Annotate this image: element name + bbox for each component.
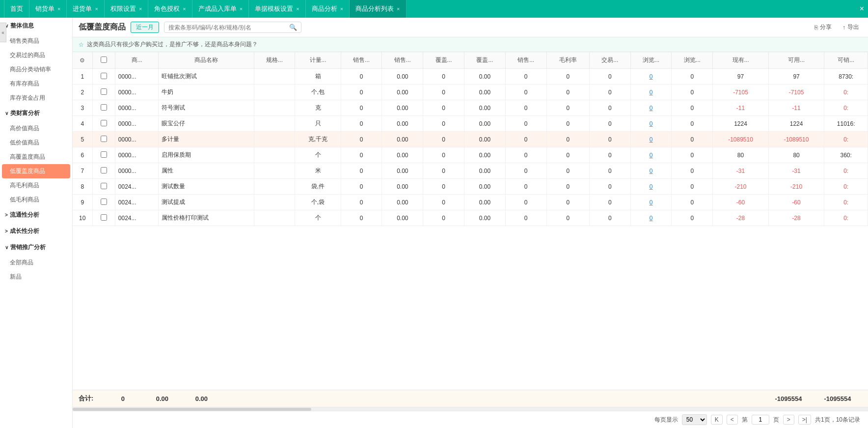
row-coverage1: 0 <box>423 179 464 195</box>
sidebar-item-low-margin[interactable]: 低毛利商品 <box>0 193 72 207</box>
row-available: -31 <box>768 163 824 179</box>
row-sales-amount: 0.00 <box>382 116 423 132</box>
col-stock[interactable]: 现有... <box>713 52 769 69</box>
sidebar-section-marketing[interactable]: ∨ 营销推广分析 <box>0 239 72 256</box>
row-browse1[interactable]: 0 <box>630 163 672 179</box>
row-available: -11 <box>768 100 824 116</box>
col-unit[interactable]: 计量... <box>295 52 341 69</box>
share-button[interactable]: ⎘ 分享 <box>812 22 835 32</box>
col-transaction[interactable]: 交易... <box>589 52 630 69</box>
row-browse1[interactable]: 0 <box>630 147 672 163</box>
banner-text: 这类商品只有很少客户购买过，是推广不够，还是商品本身问题？ <box>87 40 258 49</box>
row-browse1[interactable]: 0 <box>630 195 672 210</box>
col-sales3[interactable]: 销售... <box>505 52 546 69</box>
table-row: 4 0000... 眼宝公仔 只 0 0.00 0 0.00 0 0 0 0 0… <box>73 116 868 132</box>
nav-tab-sales[interactable]: 销货单 × <box>29 0 67 18</box>
sidebar-section-growth[interactable]: > 成长性分析 <box>0 223 72 239</box>
time-filter-button[interactable]: 近一月 <box>131 22 159 33</box>
select-all-checkbox[interactable] <box>101 57 107 63</box>
nav-tab-purchase[interactable]: 进货单 × <box>67 0 104 18</box>
sidebar-item-stocked-goods[interactable]: 有库存商品 <box>0 77 72 91</box>
nav-tab-templates[interactable]: 单据模板设置 × <box>249 0 305 18</box>
row-browse1[interactable]: 0 <box>630 132 672 147</box>
sidebar-item-category-turnover[interactable]: 商品分类动销率 <box>0 62 72 77</box>
row-select-checkbox[interactable] <box>101 151 107 158</box>
close-tab-3[interactable]: × <box>139 6 142 12</box>
col-coverage1[interactable]: 覆盖... <box>423 52 464 69</box>
sidebar-item-sales-goods[interactable]: 销售类商品 <box>0 34 72 48</box>
close-tab-4[interactable]: × <box>183 6 186 12</box>
row-select-checkbox[interactable] <box>101 104 107 111</box>
export-button[interactable]: ↑ 导出 <box>840 22 862 32</box>
col-code[interactable]: 商... <box>115 52 159 69</box>
page-input[interactable] <box>752 415 769 425</box>
row-transaction: 0 <box>589 69 630 85</box>
sidebar-item-new-goods[interactable]: 新品 <box>0 270 72 284</box>
sidebar-item-all-goods[interactable]: 全部商品 <box>0 256 72 270</box>
col-sales-count[interactable]: 销售... <box>341 52 382 69</box>
row-spec <box>254 132 295 147</box>
close-tab-1[interactable]: × <box>57 6 60 12</box>
sidebar-item-high-coverage[interactable]: 高覆盖度商品 <box>0 150 72 164</box>
row-browse2: 0 <box>672 132 713 147</box>
window-close-button[interactable]: × <box>860 4 864 13</box>
nav-tab-product-analysis[interactable]: 商品分析 × <box>306 0 350 18</box>
last-page-button[interactable]: >| <box>798 415 811 425</box>
col-gross-rate[interactable]: 毛利率 <box>546 52 589 69</box>
close-tab-8[interactable]: × <box>397 6 400 12</box>
nav-tab-home[interactable]: 首页 <box>4 0 29 18</box>
next-page-button[interactable]: > <box>783 415 794 425</box>
sidebar-item-high-margin[interactable]: 高毛利商品 <box>0 178 72 193</box>
row-sales-count: 0 <box>341 85 382 100</box>
sidebar-collapse-button[interactable]: « <box>0 23 6 42</box>
row-select-checkbox[interactable] <box>101 136 107 142</box>
row-unit: 只 <box>295 116 341 132</box>
sidebar-section-overall[interactable]: ∨ 整体信息 <box>0 18 72 34</box>
row-select-checkbox[interactable] <box>101 214 107 221</box>
search-input[interactable] <box>168 24 289 31</box>
nav-tab-roles[interactable]: 角色授权 × <box>148 0 192 18</box>
row-browse1[interactable]: 0 <box>630 210 672 226</box>
first-page-button[interactable]: K <box>711 415 723 425</box>
row-select-checkbox[interactable] <box>101 120 107 126</box>
col-sales-amount[interactable]: 销售... <box>382 52 423 69</box>
col-sellable[interactable]: 可销... <box>824 52 868 69</box>
nav-tab-product-analysis-list[interactable]: 商品分析列表 × <box>350 0 406 18</box>
nav-tab-finished-goods[interactable]: 产成品入库单 × <box>192 0 249 18</box>
row-select-checkbox[interactable] <box>101 73 107 79</box>
row-code: 0024... <box>115 210 159 226</box>
col-spec[interactable]: 规格... <box>254 52 295 69</box>
sidebar-item-high-value[interactable]: 高价值商品 <box>0 121 72 136</box>
close-tab-6[interactable]: × <box>296 6 299 12</box>
sidebar-item-traded-goods[interactable]: 交易过的商品 <box>0 48 72 62</box>
row-select-checkbox[interactable] <box>101 199 107 205</box>
row-checkbox <box>92 116 115 132</box>
nav-tab-permissions[interactable]: 权限设置 × <box>105 0 148 18</box>
row-browse1[interactable]: 0 <box>630 116 672 132</box>
close-tab-5[interactable]: × <box>240 6 243 12</box>
row-browse1[interactable]: 0 <box>630 179 672 195</box>
row-browse1[interactable]: 0 <box>630 69 672 85</box>
sidebar-item-low-coverage[interactable]: 低覆盖度商品 <box>2 164 70 178</box>
settings-icon[interactable]: ⚙ <box>80 57 85 64</box>
row-select-checkbox[interactable] <box>101 88 107 95</box>
close-tab-7[interactable]: × <box>340 6 343 12</box>
col-settings[interactable]: ⚙ <box>73 52 92 69</box>
col-coverage2[interactable]: 覆盖... <box>464 52 506 69</box>
prev-page-button[interactable]: < <box>727 415 738 425</box>
sidebar-section-wealth[interactable]: ∨ 类财富分析 <box>0 105 72 121</box>
close-tab-2[interactable]: × <box>95 6 98 12</box>
sidebar-item-low-value[interactable]: 低价值商品 <box>0 136 72 150</box>
col-browse2[interactable]: 浏览... <box>672 52 713 69</box>
page-size-select[interactable]: 50 100 200 <box>682 414 707 425</box>
row-select-checkbox[interactable] <box>101 183 107 189</box>
row-code: 0024... <box>115 179 159 195</box>
sidebar-section-liquidity[interactable]: > 流通性分析 <box>0 207 72 223</box>
col-available[interactable]: 可用... <box>768 52 824 69</box>
row-browse1[interactable]: 0 <box>630 85 672 100</box>
row-browse1[interactable]: 0 <box>630 100 672 116</box>
row-select-checkbox[interactable] <box>101 167 107 173</box>
col-name[interactable]: 商品名称 <box>159 52 254 69</box>
col-browse1[interactable]: 浏览... <box>630 52 672 69</box>
sidebar-item-inventory-capital[interactable]: 库存资金占用 <box>0 91 72 105</box>
